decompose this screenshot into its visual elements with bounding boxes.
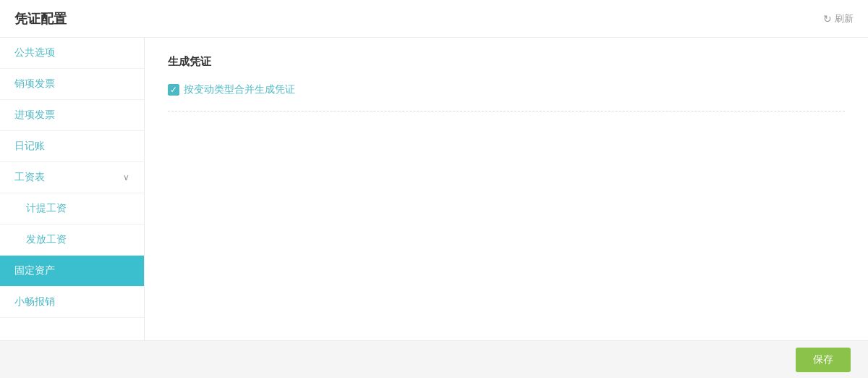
- main-body: 公共选项销项发票进项发票日记账工资表∨计提工资发放工资固定资产小畅报销 生成凭证…: [0, 38, 868, 340]
- page-footer: 保存: [0, 340, 868, 378]
- sidebar-item-purchase-invoice[interactable]: 进项发票: [0, 100, 144, 131]
- sidebar-item-expense-report[interactable]: 小畅报销: [0, 287, 144, 318]
- refresh-label: 刷新: [835, 12, 854, 25]
- sidebar-item-label: 日记账: [14, 140, 45, 153]
- sidebar-item-label: 工资表: [14, 171, 45, 184]
- page-title: 凭证配置: [14, 10, 67, 28]
- save-button[interactable]: 保存: [796, 348, 851, 372]
- check-icon: ✓: [170, 85, 177, 94]
- sidebar-item-payroll-table[interactable]: 工资表∨: [0, 162, 144, 193]
- section-divider: [168, 111, 845, 112]
- sidebar-item-payroll-pay[interactable]: 发放工资: [0, 224, 144, 256]
- sidebar-item-payroll-accrual[interactable]: 计提工资: [0, 193, 144, 224]
- sidebar-item-label: 发放工资: [26, 233, 67, 246]
- sidebar: 公共选项销项发票进项发票日记账工资表∨计提工资发放工资固定资产小畅报销: [0, 38, 145, 340]
- merge-checkbox-label: 按变动类型合并生成凭证: [184, 83, 295, 96]
- content-area: 生成凭证 ✓ 按变动类型合并生成凭证: [145, 38, 868, 340]
- sidebar-item-journal[interactable]: 日记账: [0, 131, 144, 162]
- sidebar-item-label: 计提工资: [26, 202, 67, 215]
- section-title: 生成凭证: [168, 55, 845, 69]
- sidebar-item-sales-invoice[interactable]: 销项发票: [0, 69, 144, 100]
- refresh-icon: ↻: [823, 13, 832, 25]
- sidebar-item-label: 销项发票: [14, 77, 55, 91]
- page-header: 凭证配置 ↻ 刷新: [0, 0, 868, 38]
- merge-checkbox-wrapper[interactable]: ✓ 按变动类型合并生成凭证: [168, 83, 295, 96]
- option-row: ✓ 按变动类型合并生成凭证: [168, 83, 845, 96]
- sidebar-item-public-options[interactable]: 公共选项: [0, 38, 144, 69]
- refresh-button[interactable]: ↻ 刷新: [823, 12, 854, 25]
- sidebar-item-label: 公共选项: [14, 46, 55, 59]
- sidebar-item-label: 进项发票: [14, 109, 55, 122]
- sidebar-item-label: 固定资产: [14, 264, 55, 277]
- sidebar-item-label: 小畅报销: [14, 295, 55, 308]
- chevron-down-icon: ∨: [123, 172, 129, 182]
- sidebar-item-fixed-assets[interactable]: 固定资产: [0, 256, 144, 287]
- merge-checkbox[interactable]: ✓: [168, 84, 179, 96]
